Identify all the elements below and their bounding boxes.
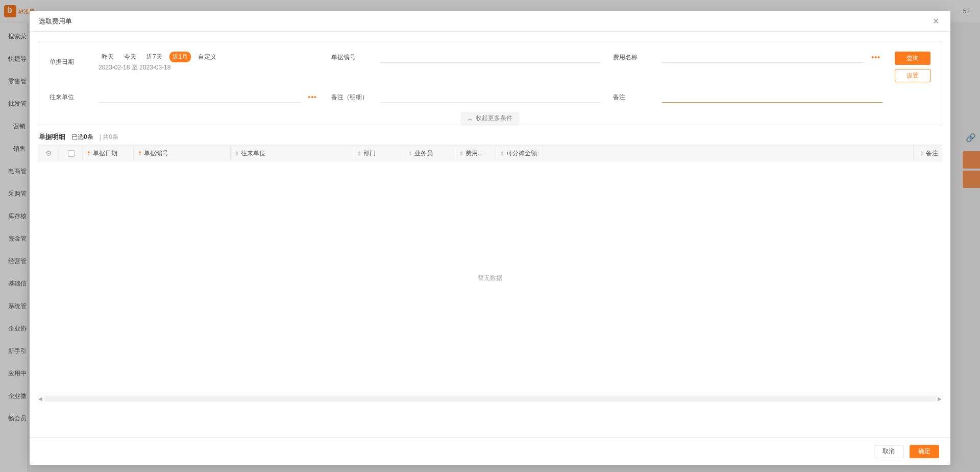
query-button[interactable]: 查询 bbox=[895, 52, 930, 65]
sort-desc-icon: ▼ bbox=[235, 153, 239, 156]
horizontal-scrollbar[interactable]: ◀ ▶ bbox=[37, 395, 943, 402]
gear-icon: ⚙ bbox=[45, 149, 52, 157]
sort-desc-icon: ▼ bbox=[500, 153, 504, 156]
sort-desc-icon: ▼ bbox=[459, 153, 463, 156]
scroll-right-icon[interactable]: ▶ bbox=[936, 396, 943, 402]
results-table: ⚙ ▲▼ 单据日期 ▲▼ 单据编号 ▲▼ 往来单位 ▲▼ 部门 bbox=[38, 145, 942, 395]
sort-desc-icon: ▼ bbox=[138, 153, 142, 156]
cancel-button[interactable]: 取消 bbox=[874, 445, 903, 458]
checkbox[interactable] bbox=[68, 150, 75, 157]
modal-header: 选取费用单 ✕ bbox=[30, 11, 950, 32]
selected-count: 已选0条 bbox=[71, 133, 93, 141]
column-settings[interactable]: ⚙ bbox=[38, 146, 60, 161]
modal-body: 单据日期 昨天 今天 近7天 近1月 自定义 2023-02-18 至 2023… bbox=[30, 32, 950, 437]
collapse-text: 收起更多条件 bbox=[476, 114, 512, 123]
total-count: | 共0条 bbox=[100, 133, 118, 141]
section-title: 单据明细 bbox=[39, 132, 65, 141]
chevron-up-icon: ︽ bbox=[468, 115, 473, 122]
date-preset-1m[interactable]: 近1月 bbox=[169, 52, 191, 62]
ok-button[interactable]: 确定 bbox=[910, 445, 939, 458]
filter-fee-name-label: 费用名称 bbox=[613, 53, 657, 62]
filter-remark-label: 备注 bbox=[613, 93, 657, 102]
scroll-left-icon[interactable]: ◀ bbox=[37, 396, 44, 402]
filter-partner-label: 往来单位 bbox=[50, 93, 93, 102]
filter-code: 单据编号 bbox=[331, 52, 601, 63]
sort-desc-icon: ▼ bbox=[920, 153, 924, 156]
column-date[interactable]: ▲▼ 单据日期 bbox=[83, 146, 134, 161]
remark-input[interactable] bbox=[662, 91, 883, 103]
table-header: ⚙ ▲▼ 单据日期 ▲▼ 单据编号 ▲▼ 往来单位 ▲▼ 部门 bbox=[38, 145, 942, 161]
column-alloc[interactable]: ▲▼ 可分摊金额 bbox=[496, 146, 543, 161]
date-preset-today[interactable]: 今天 bbox=[121, 52, 139, 62]
filter-remark-detail: 备注（明细） bbox=[331, 91, 601, 103]
column-operator[interactable]: ▲▼ 业务员 bbox=[404, 146, 455, 161]
column-select-all[interactable] bbox=[60, 146, 83, 161]
filter-partner: 往来单位 ••• bbox=[50, 91, 319, 103]
settings-button[interactable]: 设置 bbox=[895, 69, 930, 82]
fee-name-more-icon[interactable]: ••• bbox=[869, 53, 883, 61]
date-range-text: 2023-02-18 至 2023-03-18 bbox=[99, 63, 219, 72]
column-fee[interactable]: ▲▼ 费用... bbox=[455, 146, 496, 161]
filter-panel: 单据日期 昨天 今天 近7天 近1月 自定义 2023-02-18 至 2023… bbox=[38, 41, 942, 125]
column-dept[interactable]: ▲▼ 部门 bbox=[353, 146, 404, 161]
collapse-filters-button[interactable]: ︽ 收起更多条件 bbox=[460, 112, 520, 125]
fee-name-input[interactable] bbox=[662, 52, 864, 63]
column-partner[interactable]: ▲▼ 往来单位 bbox=[231, 146, 353, 161]
modal-footer: 取消 确定 bbox=[30, 437, 950, 465]
filter-code-label: 单据编号 bbox=[331, 53, 375, 62]
column-spacer bbox=[543, 146, 914, 161]
filter-fee-name: 费用名称 ••• bbox=[613, 52, 883, 63]
date-preset-yesterday[interactable]: 昨天 bbox=[99, 52, 117, 62]
partner-more-icon[interactable]: ••• bbox=[306, 93, 319, 101]
partner-input[interactable] bbox=[99, 91, 301, 103]
filter-date-label: 单据日期 bbox=[50, 58, 93, 66]
close-icon[interactable]: ✕ bbox=[930, 14, 941, 28]
select-fee-modal: 选取费用单 ✕ 单据日期 昨天 今天 近7天 近1月 自定义 bbox=[30, 11, 950, 465]
column-code[interactable]: ▲▼ 单据编号 bbox=[134, 146, 231, 161]
date-preset-7d[interactable]: 近7天 bbox=[143, 52, 165, 62]
modal-title: 选取费用单 bbox=[39, 17, 72, 26]
scroll-track[interactable] bbox=[44, 396, 936, 402]
sort-desc-icon: ▼ bbox=[408, 153, 412, 156]
sort-desc-icon: ▼ bbox=[357, 153, 361, 156]
remark-detail-input[interactable] bbox=[380, 91, 601, 103]
filter-remark: 备注 bbox=[613, 91, 883, 103]
sort-desc-icon: ▼ bbox=[87, 153, 91, 156]
date-preset-custom[interactable]: 自定义 bbox=[195, 52, 219, 62]
filter-date: 单据日期 昨天 今天 近7天 近1月 自定义 2023-02-18 至 2023… bbox=[50, 52, 319, 72]
filter-actions: 查询 设置 bbox=[895, 52, 930, 82]
filter-remark-detail-label: 备注（明细） bbox=[331, 93, 375, 102]
section-bar: 单据明细 已选0条 | 共0条 bbox=[39, 132, 941, 141]
empty-state: 暂无数据 bbox=[38, 161, 942, 395]
column-remark[interactable]: ▲▼ 备注 bbox=[914, 146, 942, 161]
code-input[interactable] bbox=[380, 52, 601, 63]
